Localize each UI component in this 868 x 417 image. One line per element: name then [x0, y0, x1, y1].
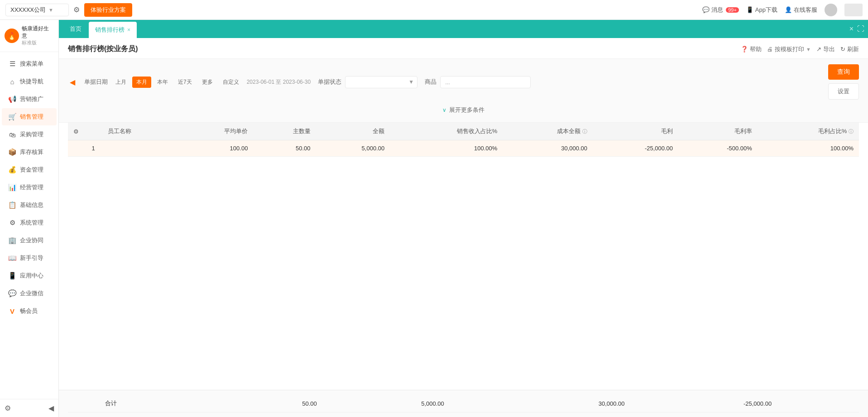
- row-gross: -25,000.00: [593, 140, 678, 157]
- row-gross-pct: 100.00%: [758, 140, 859, 157]
- export-button[interactable]: ↗ 导出: [816, 45, 835, 53]
- sidebar-item-finance[interactable]: 💰 资金管理: [2, 161, 57, 178]
- date-tab-prev-month[interactable]: 上月: [111, 77, 130, 88]
- tab-bar-right: × ⛶: [849, 25, 864, 33]
- expand-label: 展开更多条件: [449, 106, 484, 114]
- sidebar-collapse-icon[interactable]: ◀: [48, 404, 54, 412]
- sales-icon: 🛒: [8, 113, 16, 121]
- status-select[interactable]: [345, 76, 417, 88]
- online-support-button[interactable]: 👤 在线客服: [785, 6, 817, 14]
- operation-icon: 📊: [8, 183, 16, 192]
- table-settings-icon[interactable]: ⚙: [73, 128, 79, 135]
- filter-actions: 查询 设置: [828, 64, 859, 100]
- message-button[interactable]: 💬 消息 99+: [702, 6, 739, 14]
- sidebar-item-purchase[interactable]: 🛍 采购管理: [2, 126, 57, 143]
- message-label: 消息: [711, 6, 723, 14]
- tab-close-window-icon[interactable]: ×: [849, 25, 854, 33]
- sidebar-item-marketing[interactable]: 📢 营销推广: [2, 91, 57, 108]
- top-bar: XXXXXX公司 ▼ ⚙ 体验行业方案 💬 消息 99+ 📱 App下载 👤 在…: [0, 0, 868, 20]
- sidebar-item-enterprise[interactable]: 🏢 企业协同: [2, 232, 57, 249]
- sidebar-item-inventory[interactable]: 📦 库存核算: [2, 144, 57, 161]
- avatar-placeholder[interactable]: [844, 4, 863, 16]
- sidebar-item-label: 企业微信: [20, 289, 43, 297]
- refresh-icon: ↻: [840, 46, 845, 53]
- sidebar-item-label: 经营管理: [20, 183, 43, 192]
- col-settings-header[interactable]: ⚙: [68, 123, 84, 140]
- footer-label: 合计: [100, 395, 185, 412]
- company-selector[interactable]: XXXXXX公司 ▼: [5, 4, 69, 16]
- tab-maximize-icon[interactable]: ⛶: [857, 25, 864, 33]
- sidebar-item-label: 搜索菜单: [20, 60, 43, 68]
- help-button[interactable]: ❓ 帮助: [741, 45, 762, 53]
- date-tabs: 上月 本月 本年 近7天 更多 自定义: [111, 77, 243, 88]
- footer-table: 合计 50.00 5,000.00 30,000.00 -25,000.00: [68, 395, 859, 412]
- footer-body: 合计 50.00 5,000.00 30,000.00 -25,000.00: [68, 395, 859, 412]
- filter-settings-button[interactable]: 设置: [828, 83, 859, 100]
- app-download-button[interactable]: 📱 App下载: [746, 6, 777, 14]
- date-tab-7days[interactable]: 近7天: [174, 77, 196, 88]
- gross-pct-info-icon[interactable]: ⓘ: [849, 129, 854, 134]
- footer-main-qty: 50.00: [226, 395, 322, 412]
- print-dropdown-icon: ▼: [806, 47, 811, 52]
- sidebar-item-basic[interactable]: 📋 基础信息: [2, 197, 57, 214]
- sidebar-item-wechat[interactable]: 💬 企业微信: [2, 285, 57, 302]
- logo-name: 畅康通好生意: [22, 25, 54, 39]
- settings-icon[interactable]: ⚙: [73, 5, 80, 14]
- main-area: 🔥 畅康通好生意 标准版 ☰ 搜索菜单 ⌂ 快捷导航 📢 营销推: [0, 20, 868, 417]
- expand-more-btn[interactable]: ∨ 展开更多条件: [68, 103, 859, 117]
- sidebar-item-label: 快捷导航: [20, 77, 43, 86]
- sidebar-item-search[interactable]: ☰ 搜索菜单: [2, 55, 57, 72]
- home-icon: ⌂: [8, 78, 16, 86]
- try-industry-button[interactable]: 体验行业方案: [84, 3, 132, 17]
- search-menu-icon: ☰: [8, 60, 16, 68]
- col-cost-header: 成本全额 ⓘ: [503, 123, 593, 140]
- tab-home[interactable]: 首页: [62, 20, 89, 38]
- data-table: ⚙ 员工名称 平均单价 主数量 全额 销售收入占比% 成本全额: [68, 123, 859, 157]
- app-label: App下载: [755, 6, 777, 14]
- tab-close-icon[interactable]: ×: [127, 27, 130, 33]
- sidebar-item-system[interactable]: ⚙ 系统管理: [2, 214, 57, 231]
- goods-input[interactable]: ...: [440, 76, 531, 88]
- sidebar-item-operation[interactable]: 📊 经营管理: [2, 179, 57, 196]
- sidebar-bottom: ⚙ ◀: [0, 399, 58, 417]
- sidebar-item-member[interactable]: V 畅会员: [2, 302, 57, 320]
- avatar[interactable]: [825, 4, 837, 16]
- sidebar-item-apps[interactable]: 📱 应用中心: [2, 267, 57, 284]
- page-content: 销售排行榜(按业务员) ❓ 帮助 🖨 按模板打印 ▼ ↗: [59, 38, 868, 417]
- date-tab-this-month[interactable]: 本月: [132, 77, 151, 88]
- print-icon: 🖨: [767, 46, 773, 53]
- sidebar-item-quick-nav[interactable]: ⌂ 快捷导航: [2, 73, 57, 90]
- date-tab-custom[interactable]: 自定义: [219, 77, 243, 88]
- tab-bar: 首页 销售排行榜 × × ⛶: [59, 20, 868, 38]
- page-header-actions: ❓ 帮助 🖨 按模板打印 ▼ ↗ 导出 ↻: [741, 45, 859, 53]
- query-button[interactable]: 查询: [828, 64, 859, 80]
- help-label: 帮助: [750, 45, 762, 53]
- company-name: XXXXXX公司: [10, 6, 46, 14]
- footer-rank-cell: [82, 395, 100, 412]
- refresh-button[interactable]: ↻ 刷新: [840, 45, 859, 53]
- col-sales-pct-header: 销售收入占比%: [390, 123, 503, 140]
- filter-row: ◀ 单据日期 上月 本月 本年 近7天 更多 自定义: [68, 64, 859, 100]
- sidebar-item-label: 系统管理: [20, 219, 43, 227]
- date-tab-this-year[interactable]: 本年: [153, 77, 172, 88]
- cost-info-icon[interactable]: ⓘ: [582, 129, 587, 134]
- export-icon: ↗: [816, 46, 821, 53]
- tab-sales-ranking[interactable]: 销售排行榜 ×: [89, 22, 137, 38]
- sidebar-settings-icon[interactable]: ⚙: [5, 404, 11, 412]
- row-rank: 1: [84, 140, 102, 157]
- table-footer: 合计 50.00 5,000.00 30,000.00 -25,000.00: [59, 390, 868, 417]
- print-button[interactable]: 🖨 按模板打印 ▼: [767, 45, 811, 53]
- tab-label: 销售排行榜: [95, 26, 125, 34]
- sidebar-item-guide[interactable]: 📖 新手引导: [2, 249, 57, 267]
- filter-collapse-btn[interactable]: ◀: [68, 78, 77, 86]
- print-label: 按模板打印: [775, 45, 804, 53]
- sidebar-item-label: 畅会员: [20, 307, 38, 315]
- content-area: 首页 销售排行榜 × × ⛶ 销售排行榜(按业务员) ❓: [59, 20, 868, 417]
- date-tab-more[interactable]: 更多: [198, 77, 217, 88]
- page-header: 销售排行榜(按业务员) ❓ 帮助 🖨 按模板打印 ▼ ↗: [59, 38, 868, 59]
- footer-gross: -25,000.00: [630, 395, 777, 412]
- footer-total: 5,000.00: [322, 395, 450, 412]
- table-wrapper: ⚙ 员工名称 平均单价 主数量 全额 销售收入占比% 成本全额: [59, 123, 868, 417]
- sidebar-item-sales[interactable]: 🛒 销售管理: [2, 108, 57, 125]
- col-avg-price-header: 平均单价: [178, 123, 254, 140]
